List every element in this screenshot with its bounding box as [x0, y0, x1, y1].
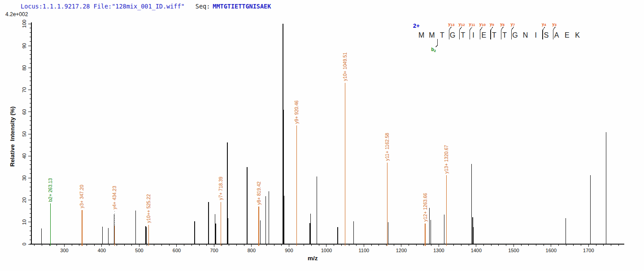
y-tick-label: 10	[22, 219, 27, 225]
axes	[30, 22, 624, 244]
residue-letter: T	[461, 31, 466, 39]
residue-letter: G	[450, 31, 455, 39]
x-tick-label: 1700	[583, 248, 594, 253]
fragment-ion-label: y7	[510, 22, 515, 27]
y-tick-label: 30	[22, 175, 27, 181]
unassigned-peaks	[42, 24, 606, 244]
y-tick-label: 40	[22, 153, 27, 159]
x-tick-label: 1400	[471, 248, 482, 253]
peak-y11+: y11+ 1162.58	[384, 133, 390, 246]
x-tick-label: 400	[98, 248, 106, 253]
residue-letter: T	[502, 31, 507, 39]
residue-letter: E	[481, 31, 486, 39]
fragment-ion-label: b2	[431, 47, 436, 53]
residue-letter: S	[544, 31, 549, 39]
fragment-ion-label: y8	[500, 22, 505, 27]
residue-letter: T	[440, 31, 444, 39]
ion-peak-label: y11+ 1162.58	[384, 133, 390, 161]
peak-y8+: y8+ 819.42	[256, 181, 261, 246]
residue-letter: T	[492, 31, 496, 39]
x-tick-label: 300	[60, 248, 68, 253]
x-tick-label: 900	[285, 248, 293, 253]
fragment-ion-label: y10	[479, 22, 486, 27]
residue-letter: I	[535, 31, 537, 39]
x-tick-label: 1300	[433, 248, 444, 253]
residue-letter: A	[554, 31, 559, 39]
ion-peak-label: y13+ 1320.67	[444, 145, 449, 173]
residue-letter: N	[523, 31, 528, 39]
y-tick-label: 20	[22, 197, 27, 202]
y-tick-label: 100	[22, 20, 27, 28]
x-tick-label: 700	[210, 248, 218, 253]
residue-letter: M	[418, 31, 424, 39]
peak-y9+: y9+ 920.46	[294, 100, 299, 246]
fragment-ion-label: y3	[552, 22, 557, 27]
y-tick-label: 50	[22, 131, 27, 137]
ion-peak-label: y7+ 718.39	[218, 176, 223, 200]
ion-peak-label: y12+ 1263.66	[422, 193, 428, 222]
fragment-ion-label: y11	[469, 22, 475, 27]
peak-y12+: y12+ 1263.66	[422, 193, 428, 246]
fragment-cut-b2: b2	[431, 39, 437, 53]
x-tick-label: 1600	[546, 248, 557, 253]
peak-b2+: b2+ 263.13	[48, 178, 53, 246]
precursor-charge-label: 2+	[413, 22, 420, 29]
x-tick-label: 1100	[359, 248, 370, 253]
y-tick-label: 0	[22, 243, 27, 245]
x-axis-ticks: 3004005006007008009001000110012001300140…	[35, 244, 618, 253]
fragment-ion-label: y4	[542, 22, 546, 27]
assigned-ion-peaks: b2+ 263.13y3+ 347.20y4+ 434.23y10++ 525.…	[48, 52, 449, 246]
x-tick-label: 600	[173, 248, 181, 253]
spectrum-viewer-window: Locus:1.1.1.9217.28 File:"128mix_001_ID.…	[0, 0, 644, 271]
residue-letter: G	[512, 31, 518, 39]
x-tick-label: 1500	[508, 248, 519, 253]
ion-peak-label: y9+ 920.46	[294, 100, 299, 124]
y-tick-label: 80	[22, 65, 27, 70]
ion-peak-label: y10++ 525.22	[146, 194, 151, 223]
x-tick-label: 1000	[321, 248, 332, 253]
fragment-ion-label: y12	[458, 22, 465, 27]
residue-letter: K	[575, 31, 580, 39]
y-tick-label: 90	[22, 43, 27, 48]
y-tick-label: 70	[22, 87, 27, 92]
ion-peak-label: y10+ 1049.51	[342, 52, 348, 81]
x-tick-label: 800	[248, 248, 256, 253]
y-axis-ticks: 0102030405060708090100	[22, 20, 31, 245]
x-tick-label: 500	[135, 248, 143, 253]
residue-letter: M	[429, 31, 435, 39]
peak-y3+: y3+ 347.20	[79, 185, 84, 246]
residue-letter: I	[472, 31, 474, 39]
peak-y7+: y7+ 718.39	[218, 176, 223, 246]
fragment-ion-label: y13	[448, 22, 455, 27]
sequence-fragment-panel: 2+MMTGTIETTGNISAEKb2y13y12y11y10y9y8y7y4…	[413, 22, 580, 53]
x-tick-label: 1200	[396, 248, 407, 253]
residue-letter: E	[565, 31, 570, 39]
y-tick-label: 60	[22, 109, 27, 115]
ion-peak-label: b2+ 263.13	[48, 178, 53, 202]
ion-peak-label: y3+ 347.20	[79, 185, 84, 208]
ion-peak-label: y8+ 819.42	[256, 181, 261, 205]
ion-peak-label: y4+ 434.23	[112, 186, 117, 209]
peak-y10+: y10+ 1049.51	[342, 52, 348, 246]
ms2-spectrum-plot: 3004005006007008009001000110012001300140…	[0, 0, 644, 271]
fragment-ion-label: y9	[490, 22, 494, 27]
